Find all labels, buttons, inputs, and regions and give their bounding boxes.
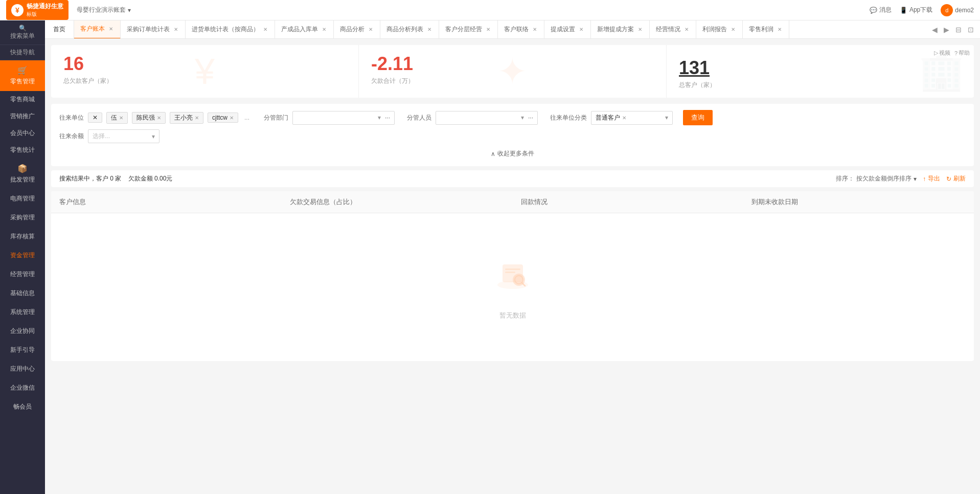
tab-close-operations[interactable]: ✕ [683,26,690,33]
sidebar-item-ecommerce[interactable]: 电商管理 [0,189,45,208]
sidebar-item-inventory[interactable]: 库存核算 [0,227,45,246]
sidebar-item-retail-mgmt[interactable]: 🛒 零售管理 [0,60,45,91]
tab-close-product-analysis-list[interactable]: ✕ [426,26,432,33]
sidebar-item-base-info[interactable]: 基础信息 [0,284,45,303]
tab-close-product-inbound[interactable]: ✕ [321,26,327,33]
table-col-customer: 客户信息 [51,191,282,213]
search-results-text: 搜索结果中，客户 0 家 欠款金额 0.00元 [59,174,172,183]
tab-close-profit-report[interactable]: ✕ [730,26,736,33]
tab-close-purchase-product[interactable]: ✕ [262,26,268,33]
tab-prev-icon[interactable]: ◀ [930,24,940,36]
logo-icon: ¥ [11,4,24,16]
tab-product-inbound[interactable]: 产成品入库单 ✕ [275,20,334,39]
refresh-button[interactable]: ↻ 刷新 [946,174,966,183]
wholesale-icon: 📦 [17,164,28,173]
tab-minimize-icon[interactable]: ⊟ [953,24,964,36]
query-button[interactable]: 查询 [683,110,713,125]
filter-more-units[interactable]: ... [242,113,252,122]
stat-card-debt-customers: ¥ 16 总欠款客户（家） [51,45,359,98]
tab-close-new-commission[interactable]: ✕ [637,26,643,33]
remove-tag-3[interactable]: ✕ [195,115,199,121]
search-actions: 排序： 按欠款金额倒序排序 ▾ ↑ 导出 ↻ 刷新 [836,174,966,183]
balance-select[interactable]: 选择... ▾ [88,129,159,143]
remove-unit-class[interactable]: ✕ [622,115,626,121]
video-help-btn[interactable]: ▷ 视频 [934,49,950,57]
tab-controls: ◀ ▶ ⊟ ⊡ [926,24,980,36]
sidebar-item-member[interactable]: 会员中心 [0,125,45,142]
sidebar-item-wholesale[interactable]: 📦 批发管理 [0,159,45,189]
account-selector[interactable]: 母婴行业演示账套 ▾ [73,6,135,14]
tab-close-customer-ledger[interactable]: ✕ [108,25,114,33]
svg-rect-2 [505,268,520,270]
export-button[interactable]: ↑ 导出 [923,174,940,183]
person-select[interactable]: ▾ ··· [436,111,538,125]
remove-tag-1[interactable]: ✕ [119,115,123,121]
tab-close-retail-profit[interactable]: ✕ [777,26,783,33]
remove-tag-2[interactable]: ✕ [157,115,161,121]
person-more-icon[interactable]: ··· [528,114,533,121]
sidebar-item-enterprise-collab[interactable]: 企业协同 [0,322,45,341]
sort-arrow-icon: ▾ [914,175,917,183]
dept-more-icon[interactable]: ··· [385,114,390,121]
dept-select[interactable]: ▾ ··· [292,111,395,125]
tab-close-product-analysis[interactable]: ✕ [368,26,374,33]
table-col-repayment: 回款情况 [513,191,743,213]
tab-close-commission[interactable]: ✕ [578,26,584,33]
table-col-overdue: 到期未收款日期 [743,191,974,213]
user-avatar[interactable]: d demo2 [941,4,974,16]
empty-text: 暂无数据 [499,311,526,320]
content-area: 首页 客户账本 ✕ 采购订单统计表 ✕ 进货单统计表（按商品） ✕ 产成品入库单… [45,20,980,494]
tab-operations[interactable]: 经营情况 ✕ [650,20,696,39]
tab-product-analysis[interactable]: 商品分析 ✕ [334,20,380,39]
tab-close-purchase-order[interactable]: ✕ [173,26,179,33]
top-bar-left: ¥ 畅捷通好生意 标版 母婴行业演示账套 ▾ [6,0,135,20]
debt-amount-label: 欠款合计（万） [371,77,414,85]
tab-maximize-icon[interactable]: ⊡ [966,24,976,36]
remove-tag-4[interactable]: ✕ [230,115,234,121]
filter-row-2: 往来余额 选择... ▾ [59,129,966,143]
sidebar-item-finance[interactable]: 资金管理 [0,246,45,265]
sidebar-item-system[interactable]: 系统管理 [0,303,45,322]
quick-nav[interactable]: 快捷导航 [0,45,45,60]
collapse-icon: ∧ [491,150,495,158]
dept-select-arrow: ▾ [378,114,381,121]
tab-purchase-order-stats[interactable]: 采购订单统计表 ✕ [121,20,186,39]
tab-customer-ledger[interactable]: 客户账本 ✕ [74,20,121,39]
sidebar-item-retail-stats[interactable]: 零售统计 [0,142,45,159]
sidebar-item-newbie[interactable]: 新手引导 [0,341,45,360]
tab-customer-tier[interactable]: 客户分层经营 ✕ [439,20,498,39]
help-btn[interactable]: ? 帮助 [954,49,970,57]
tab-next-icon[interactable]: ▶ [942,24,951,36]
tab-commission-setting[interactable]: 提成设置 ✕ [544,20,591,39]
search-menu[interactable]: 🔍 搜索菜单 [0,20,45,45]
chevron-down-icon: ▾ [128,7,131,14]
dept-filter-label: 分管部门 [264,114,288,122]
filter-tag-unit-2: 陈民强 ✕ [132,112,166,124]
tab-profit-report[interactable]: 利润报告 ✕ [696,20,743,39]
stat-card-debt-amount: ✦ -2.11 欠款合计（万） [359,45,667,98]
tab-purchase-stats-product[interactable]: 进货单统计表（按商品） ✕ [186,20,275,39]
messages-btn[interactable]: 💬 消息 [870,6,892,14]
sort-select[interactable]: 排序： 按欠款金额倒序排序 ▾ [836,174,917,183]
main-wrapper: 🔍 搜索菜单 快捷导航 🛒 零售管理 零售商城 营销推广 会员中心 零售统计 📦… [0,20,980,494]
sidebar-item-retail-mall[interactable]: 零售商城 [0,91,45,108]
sidebar-item-app-center[interactable]: 应用中心 [0,360,45,378]
sidebar-item-marketing[interactable]: 营销推广 [0,108,45,125]
sidebar-item-enterprise-wechat[interactable]: 企业微信 [0,378,45,397]
tab-new-commission[interactable]: 新增提成方案 ✕ [591,20,650,39]
unit-class-select[interactable]: 普通客户 ✕ ▾ [591,111,673,125]
sidebar-item-purchase[interactable]: 采购管理 [0,208,45,227]
tab-close-customer-contact[interactable]: ✕ [532,26,538,33]
collapse-button[interactable]: ∧ 收起更多条件 [489,147,536,160]
tab-product-analysis-list[interactable]: 商品分析列表 ✕ [380,20,439,39]
table-empty-state: 暂无数据 [51,213,974,361]
total-customers-label: 总客户（家） [679,81,716,89]
tab-close-customer-tier[interactable]: ✕ [485,26,491,33]
refresh-icon: ↻ [946,175,951,183]
tab-home[interactable]: 首页 [45,20,74,38]
sidebar-item-operations[interactable]: 经营管理 [0,265,45,284]
tab-customer-contact[interactable]: 客户联络 ✕ [498,20,544,39]
sidebar-item-changhui[interactable]: 畅会员 [0,397,45,416]
app-download-btn[interactable]: 📱 App下载 [900,6,932,14]
tab-retail-profit[interactable]: 零售利润 ✕ [743,20,789,39]
